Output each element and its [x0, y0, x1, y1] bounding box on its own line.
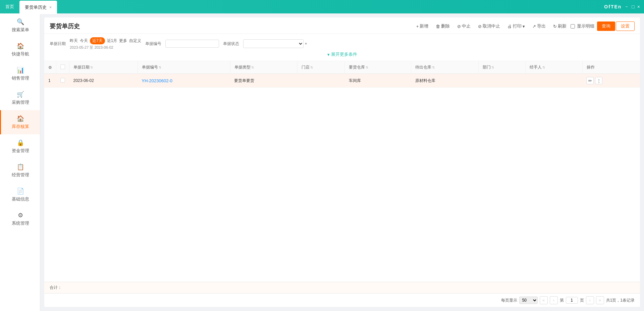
page-input[interactable]	[566, 297, 578, 304]
row-checkbox-0[interactable]	[60, 78, 65, 83]
sidebar-item-sys-mgmt[interactable]: ⚙ 系统管理	[0, 207, 40, 231]
select-all-checkbox[interactable]	[60, 64, 65, 69]
next-page-btn[interactable]: ›	[586, 296, 594, 304]
sidebar-item-basic-info[interactable]: 📄 基础信息	[0, 183, 40, 207]
cell-doctype-0: 要货单要货	[230, 74, 297, 88]
close-tab-icon[interactable]: ×	[49, 5, 52, 10]
query-button[interactable]: 查询	[597, 21, 615, 31]
sidebar-label-sales-mgmt: 销售管理	[12, 75, 29, 81]
status-select[interactable]	[243, 39, 304, 48]
col-doctype[interactable]: 单据类型⇅	[230, 61, 297, 74]
top-bar-right: OfTEn － □ ×	[601, 4, 644, 10]
col-reqwarehouse[interactable]: 要货仓库⇅	[345, 61, 411, 74]
total-info: 共1页，1条记录	[606, 298, 635, 303]
shortcut-1month[interactable]: 近1月	[107, 38, 117, 44]
row-more-btn-0[interactable]: ⋮	[595, 77, 602, 84]
display-detail-toggle[interactable]: 显示明细	[571, 23, 594, 29]
col-docno[interactable]: 单据编号⇅	[138, 61, 230, 74]
col-docdate[interactable]: 单据日期⇅	[69, 61, 138, 74]
sidebar-label-purchase-mgmt: 采购管理	[12, 99, 29, 105]
docno-link-0[interactable]: YH-20230602-0	[142, 78, 172, 83]
shortcut-today[interactable]: 今天	[80, 38, 88, 44]
cancel-stop-icon: ⊘	[478, 24, 482, 29]
page-header: 要货单历史 + 新增 🗑 删除 ⊘ 中止 ⊘	[44, 17, 640, 34]
settings-button[interactable]: 设置	[616, 21, 635, 31]
tab-home[interactable]: 首页	[0, 0, 19, 13]
cancel-stop-button[interactable]: ⊘ 取消中止	[475, 21, 503, 31]
refresh-icon: ↻	[553, 24, 557, 29]
print-button[interactable]: 🖨 打印 ▾	[504, 21, 528, 31]
filter-bar: 单据日期 昨天 今天 近7天 近1月 更多 自定义 2023-05-27 至 2…	[44, 34, 640, 61]
sidebar-item-ops-mgmt[interactable]: 📋 经营管理	[0, 159, 40, 183]
display-detail-checkbox[interactable]	[571, 24, 575, 29]
docno-filter-label: 单据编号	[145, 41, 161, 47]
top-bar: 首页 要货单历史 × OfTEn － □ ×	[0, 0, 644, 13]
col-handler[interactable]: 经手人⇅	[526, 61, 582, 74]
last-page-btn[interactable]: »	[596, 296, 604, 304]
sidebar-item-inventory-calc[interactable]: 🏠 库存核算	[0, 110, 40, 134]
cell-handler-0	[526, 74, 582, 88]
stop-button[interactable]: ⊘ 中止	[454, 21, 474, 31]
sidebar-icon-sys-mgmt: ⚙	[18, 212, 23, 219]
window-close[interactable]: ×	[637, 4, 640, 9]
cell-reqwarehouse-0: 车间库	[345, 74, 411, 88]
cell-docno-0[interactable]: YH-20230602-0	[138, 74, 230, 88]
tab-active[interactable]: 要货单历史 ×	[19, 1, 57, 14]
expand-down-icon: ▾	[327, 52, 330, 57]
cell-check-0[interactable]	[56, 74, 69, 88]
col-dept[interactable]: 部门⇅	[478, 61, 526, 74]
table-container: ⚙ 单据日期⇅ 单据编号⇅ 单据类型⇅ 门店⇅ 要货仓库⇅ 待出仓库⇅ 部门⇅ …	[44, 61, 640, 282]
sidebar-label-inventory-calc: 库存核算	[12, 124, 29, 130]
delete-icon: 🗑	[436, 24, 440, 29]
window-minimize[interactable]: －	[624, 4, 629, 10]
cancel-stop-label: 取消中止	[483, 23, 500, 29]
table-body: 1 2023-06-02 YH-20230602-0 要货单要货 车间库 原材料…	[44, 74, 640, 88]
brand-text: OfTEn	[604, 4, 622, 9]
date-shortcuts: 昨天 今天 近7天 近1月 更多 自定义	[70, 37, 141, 44]
stop-label: 中止	[462, 23, 471, 29]
date-shortcuts-group: 昨天 今天 近7天 近1月 更多 自定义 2023-05-27 至 2023-0…	[70, 37, 141, 50]
table-row: 1 2023-06-02 YH-20230602-0 要货单要货 车间库 原材料…	[44, 74, 640, 88]
display-detail-text: 显示明细	[577, 23, 594, 29]
expand-more-btn[interactable]: ▾ 展开更多条件	[50, 50, 635, 59]
sidebar-icon-basic-info: 📄	[17, 187, 24, 195]
shortcut-custom[interactable]: 自定义	[129, 38, 141, 44]
prev-page-btn[interactable]: ‹	[550, 296, 558, 304]
col-action: 操作	[582, 61, 640, 74]
sidebar-label-sys-mgmt: 系统管理	[12, 220, 29, 226]
page-size-select[interactable]: 50 20 100	[519, 297, 538, 304]
row-action-group-0: ✏ ⋮	[586, 77, 636, 84]
export-button[interactable]: ↗ 导出	[529, 21, 549, 31]
sidebar-item-search-menu[interactable]: 🔍 搜索菜单	[0, 13, 40, 38]
col-pendingwarehouse[interactable]: 待出仓库⇅	[411, 61, 478, 74]
window-maximize[interactable]: □	[632, 4, 634, 9]
cell-store-0	[298, 74, 345, 88]
shortcut-yesterday[interactable]: 昨天	[70, 38, 78, 44]
col-settings[interactable]: ⚙	[44, 61, 56, 74]
first-page-btn[interactable]: «	[540, 296, 548, 304]
print-dropdown-icon: ▾	[523, 24, 525, 29]
sidebar-icon-search-menu: 🔍	[17, 18, 24, 26]
row-edit-btn-0[interactable]: ✏	[586, 77, 594, 84]
shortcut-7days[interactable]: 近7天	[90, 37, 105, 44]
table-header: ⚙ 单据日期⇅ 单据编号⇅ 单据类型⇅ 门店⇅ 要货仓库⇅ 待出仓库⇅ 部门⇅ …	[44, 61, 640, 74]
sidebar-item-quick-nav[interactable]: 🏠 快捷导航	[0, 38, 40, 62]
col-checkbox	[56, 61, 69, 74]
sidebar: 🔍 搜索菜单 🏠 快捷导航 📊 销售管理 🛒 采购管理 🏠 库存核算 🔒 资金管…	[0, 13, 40, 311]
sidebar-item-sales-mgmt[interactable]: 📊 销售管理	[0, 62, 40, 86]
docno-input[interactable]	[165, 40, 219, 48]
status-filter-label: 单据状态	[223, 41, 239, 47]
sidebar-item-purchase-mgmt[interactable]: 🛒 采购管理	[0, 86, 40, 110]
toolbar: + 新增 🗑 删除 ⊘ 中止 ⊘ 取消中止	[413, 21, 635, 31]
page-hint-first: 第	[560, 298, 564, 303]
refresh-button[interactable]: ↻ 刷新	[550, 21, 570, 31]
print-label: 打印	[513, 23, 522, 29]
main-layout: 🔍 搜索菜单 🏠 快捷导航 📊 销售管理 🛒 采购管理 🏠 库存核算 🔒 资金管…	[0, 13, 644, 311]
shortcut-more[interactable]: 更多	[119, 38, 127, 44]
new-button[interactable]: + 新增	[413, 21, 432, 31]
sidebar-icon-quick-nav: 🏠	[17, 42, 24, 50]
sidebar-item-finance-mgmt[interactable]: 🔒 资金管理	[0, 134, 40, 159]
filter-row: 单据日期 昨天 今天 近7天 近1月 更多 自定义 2023-05-27 至 2…	[50, 37, 635, 50]
delete-button[interactable]: 🗑 删除	[432, 21, 453, 31]
col-store[interactable]: 门店⇅	[298, 61, 345, 74]
